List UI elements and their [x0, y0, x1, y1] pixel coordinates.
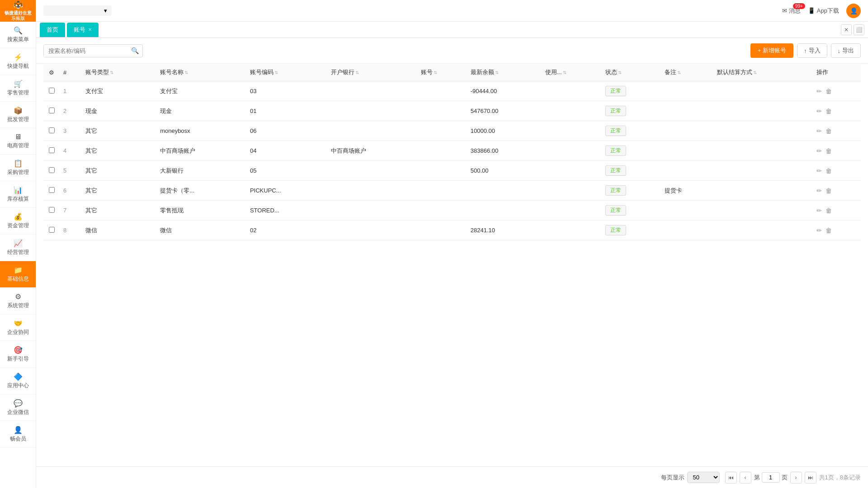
row-select-checkbox[interactable] [49, 108, 55, 113]
delete-icon[interactable]: 🗑 [826, 147, 832, 155]
export-button[interactable]: ↓ 导出 [831, 43, 861, 58]
last-page-button[interactable]: ⏭ [805, 472, 816, 483]
delete-icon[interactable]: 🗑 [826, 127, 832, 135]
status-badge: 正常 [605, 106, 626, 116]
row-select-checkbox[interactable] [49, 227, 55, 233]
row-default-payment [713, 121, 813, 141]
row-status: 正常 [602, 81, 661, 101]
row-select-checkbox[interactable] [49, 147, 55, 153]
next-page-button[interactable]: › [790, 472, 802, 483]
sidebar-item-new-guide[interactable]: 🎯 新手引导 [0, 341, 36, 368]
col-balance[interactable]: 最新余额⇅ [467, 64, 542, 81]
sidebar-item-quick-nav[interactable]: ⚡ 快捷导航 [0, 48, 36, 75]
sidebar-item-wholesale-mgmt[interactable]: 📦 批发管理 [0, 102, 36, 128]
sidebar-item-member[interactable]: 👤 畅会员 [0, 421, 36, 448]
import-button[interactable]: ↑ 导入 [797, 43, 827, 58]
edit-icon[interactable]: ✏ [816, 167, 822, 174]
col-account-name[interactable]: 账号名称⇅ [156, 64, 246, 81]
member-icon: 👤 [14, 426, 23, 434]
col-status[interactable]: 状态⇅ [602, 64, 661, 81]
row-select-checkbox[interactable] [49, 167, 55, 173]
delete-icon[interactable]: 🗑 [826, 167, 832, 174]
row-remark [661, 101, 713, 121]
row-select-checkbox[interactable] [49, 207, 55, 213]
row-remark [661, 121, 713, 141]
sidebar-item-basic-info[interactable]: 📁 基础信息 [0, 261, 36, 288]
delete-icon[interactable]: 🗑 [826, 88, 832, 95]
sidebar-item-purchase-mgmt[interactable]: 📋 采购管理 [0, 155, 36, 181]
first-page-button[interactable]: ⏮ [725, 472, 737, 483]
sidebar-item-app-center[interactable]: 🔷 应用中心 [0, 368, 36, 394]
account-search-input[interactable] [44, 45, 127, 57]
col-bank[interactable]: 开户银行⇅ [327, 64, 417, 81]
col-settings[interactable]: ⚙ [43, 64, 60, 81]
per-page-select[interactable]: 50 10 20 100 [687, 472, 720, 483]
row-default-payment [713, 221, 813, 240]
sidebar-item-search-menu[interactable]: 🔍 搜索菜单 [0, 22, 36, 48]
row-checkbox[interactable] [43, 201, 60, 221]
delete-icon[interactable]: 🗑 [826, 108, 832, 115]
row-account-code: 05 [246, 161, 327, 181]
edit-icon[interactable]: ✏ [816, 227, 822, 234]
row-select-checkbox[interactable] [49, 127, 55, 133]
message-button[interactable]: ✉ 消息 99+ [782, 7, 801, 15]
sidebar-item-enterprise-wechat[interactable]: 💬 企业微信 [0, 394, 36, 421]
user-avatar[interactable]: 👤 [846, 4, 861, 18]
row-status: 正常 [602, 141, 661, 161]
edit-icon[interactable]: ✏ [816, 207, 822, 214]
col-account-no[interactable]: 账号⇅ [417, 64, 467, 81]
prev-page-button[interactable]: ‹ [740, 472, 751, 483]
page-number-input[interactable] [762, 472, 780, 483]
top-search-input[interactable] [48, 7, 102, 14]
row-checkbox[interactable] [43, 101, 60, 121]
edit-icon[interactable]: ✏ [816, 147, 822, 155]
delete-icon[interactable]: 🗑 [826, 187, 832, 194]
account-tab-close-icon[interactable]: ✕ [88, 27, 92, 32]
sidebar-item-retail-mgmt[interactable]: 🛒 零售管理 [0, 75, 36, 102]
app-download-button[interactable]: 📱 App下载 [808, 7, 839, 15]
window-close-button[interactable]: ✕ [841, 24, 852, 35]
add-account-button[interactable]: + 新增账号 [750, 43, 793, 58]
edit-icon[interactable]: ✏ [816, 108, 822, 115]
row-no: 1 [60, 81, 82, 101]
sidebar-item-inventory[interactable]: 📊 库存核算 [0, 181, 36, 208]
row-checkbox[interactable] [43, 121, 60, 141]
col-usage[interactable]: 使用...⇅ [542, 64, 602, 81]
tab-home[interactable]: 首页 [40, 23, 65, 37]
sidebar-item-label: 企业协同 [7, 328, 29, 336]
sidebar-item-enterprise-agreement[interactable]: 🤝 企业协同 [0, 314, 36, 341]
export-icon: ↓ [838, 47, 841, 54]
row-checkbox[interactable] [43, 221, 60, 240]
sidebar-item-label: 企业微信 [7, 408, 29, 416]
sidebar-item-ecom-mgmt[interactable]: 🖥 电商管理 [0, 128, 36, 155]
delete-icon[interactable]: 🗑 [826, 207, 832, 214]
row-checkbox[interactable] [43, 181, 60, 201]
sidebar-item-sys-mgmt[interactable]: ⚙ 系统管理 [0, 288, 36, 314]
account-search-bar[interactable]: 🔍 [43, 44, 143, 57]
row-select-checkbox[interactable] [49, 88, 55, 94]
window-maximize-button[interactable]: ⬜ [854, 24, 864, 35]
tab-account[interactable]: 账号 ✕ [67, 23, 99, 37]
row-default-payment [713, 101, 813, 121]
status-badge: 正常 [605, 185, 626, 196]
row-checkbox[interactable] [43, 141, 60, 161]
row-select-checkbox[interactable] [49, 187, 55, 193]
col-account-type[interactable]: 账号类型⇅ [82, 64, 156, 81]
col-default-payment[interactable]: 默认结算方式⇅ [713, 64, 813, 81]
header-right: ✉ 消息 99+ 📱 App下载 👤 [782, 4, 861, 18]
row-checkbox[interactable] [43, 81, 60, 101]
row-checkbox[interactable] [43, 161, 60, 181]
col-account-code[interactable]: 账号编码⇅ [246, 64, 327, 81]
delete-icon[interactable]: 🗑 [826, 227, 832, 234]
edit-icon[interactable]: ✏ [816, 187, 822, 194]
row-account-name: 现金 [156, 101, 246, 121]
table-header-row: ⚙ # 账号类型⇅ 账号名称⇅ 账号编码⇅ 开户银行⇅ 账号⇅ 最新余额⇅ 使用… [43, 64, 861, 81]
col-remark[interactable]: 备注⇅ [661, 64, 713, 81]
edit-icon[interactable]: ✏ [816, 127, 822, 135]
row-actions: ✏ 🗑 [813, 81, 861, 101]
account-search-button[interactable]: 🔍 [127, 47, 142, 54]
sidebar-item-ops-mgmt[interactable]: 📈 经营管理 [0, 235, 36, 261]
edit-icon[interactable]: ✏ [816, 88, 822, 95]
sidebar-item-finance-mgmt[interactable]: 💰 资金管理 [0, 208, 36, 235]
top-search-bar[interactable]: ▾ [43, 5, 112, 16]
